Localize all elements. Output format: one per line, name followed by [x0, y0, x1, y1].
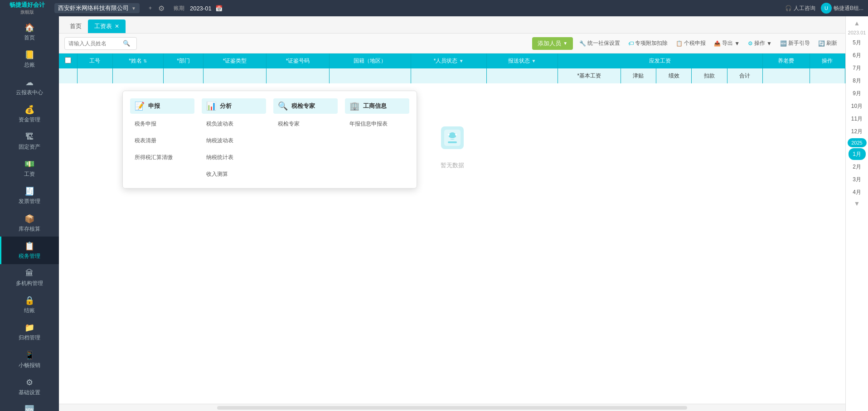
support-label: 人工咨询	[794, 5, 815, 12]
select-all-checkbox[interactable]	[65, 57, 71, 63]
user-avatar: U	[821, 3, 832, 14]
tax-report-btn[interactable]: 📋 个税申报	[673, 37, 708, 50]
user-name: 畅捷通B组...	[834, 5, 863, 12]
sidebar-item-salary[interactable]: 💵 工资	[0, 155, 59, 182]
export-btn[interactable]: 📤 导出 ▼	[711, 37, 742, 50]
deduct-btn[interactable]: 🏷 专项附加扣除	[626, 37, 670, 50]
guide-icon: 🆕	[24, 405, 34, 411]
fixed-assets-icon: 🏗	[25, 132, 34, 142]
filter-icon-status[interactable]: ▼	[459, 58, 464, 63]
sidebar-item-basic-settings[interactable]: ⚙ 基础设置	[0, 373, 59, 400]
multi-org-icon: 🏛	[25, 269, 34, 278]
tab-close-icon[interactable]: ✕	[115, 23, 119, 29]
ledger-icon: 📒	[24, 50, 34, 60]
operate-arrow: ▼	[766, 40, 772, 47]
filter-icon-report[interactable]: ▼	[532, 58, 536, 63]
support-button[interactable]: 🎧 人工咨询	[785, 5, 815, 12]
newbie-icon: 🆕	[780, 40, 787, 47]
sub-col-action	[810, 68, 845, 83]
menu-item-tax-trend[interactable]: 税负波动表	[202, 117, 266, 131]
sidebar-item-fixed-assets[interactable]: 🏗 固定资产	[0, 128, 59, 155]
sidebar-item-inventory[interactable]: 📦 库存核算	[0, 209, 59, 237]
current-year-badge: 2025	[848, 138, 867, 147]
top-bar: 畅捷通好会计 旗舰版 西安虾米网络科技有限公司 ▼ + ⚙ 账期 2023-01…	[0, 0, 868, 16]
tab-home[interactable]: 首页	[63, 19, 88, 33]
social-icon: 🔧	[579, 40, 586, 47]
company-selector[interactable]: 西安虾米网络科技有限公司 ▼	[54, 3, 140, 13]
menu-item-tax-dynamic[interactable]: 纳税波动表	[202, 134, 266, 147]
col-cert-no: *证鉴号码	[267, 53, 330, 68]
analysis-icon: 📊	[206, 101, 216, 111]
sidebar-item-mini-sales[interactable]: 📱 小畅报销	[0, 346, 59, 373]
newbie-guide-btn[interactable]: 🆕 新手引导	[777, 37, 813, 50]
menu-item-income-calc[interactable]: 所得税汇算清缴	[130, 151, 194, 164]
period-calendar-icon[interactable]: 📅	[215, 5, 223, 12]
col-id: 工号	[77, 53, 112, 68]
menu-section-business-header: 🏢 工商信息	[345, 98, 409, 114]
menu-item-annual-report[interactable]: 年报信息申报表	[345, 117, 409, 131]
sidebar-item-closing[interactable]: 🔒 结账	[0, 291, 59, 318]
cloud-icon: ☁	[25, 77, 34, 87]
menu-item-tax-expert[interactable]: 税检专家	[273, 117, 338, 131]
menu-item-tax-stats[interactable]: 纳税统计表	[202, 151, 266, 164]
month-5[interactable]: 5月	[849, 37, 866, 48]
month-nav-down[interactable]: ▼	[852, 198, 862, 208]
toolbar: 🔍 添加人员 ▼ 🔧 统一社保设置 🏷 专项附加扣除 📋 个税申报	[59, 34, 845, 53]
tab-salary-label: 工资表	[94, 22, 112, 30]
sidebar-item-home[interactable]: 🏠 首页	[0, 18, 59, 45]
col-salary-group: 应发工资	[558, 53, 762, 68]
search-input[interactable]	[68, 40, 123, 47]
menu-item-tax-form[interactable]: 税表清册	[130, 134, 194, 147]
social-settings-btn[interactable]: 🔧 统一社保设置	[577, 37, 623, 50]
add-person-button[interactable]: 添加人员 ▼	[532, 37, 573, 50]
month-8[interactable]: 8月	[849, 75, 866, 87]
month-1-active[interactable]: 1月	[849, 148, 866, 160]
month-6[interactable]: 6月	[849, 49, 866, 61]
month-nav-up[interactable]: ▲	[852, 18, 862, 28]
sidebar-item-fund[interactable]: 💰 资金管理	[0, 100, 59, 127]
sort-icon-name[interactable]: ⇅	[143, 58, 147, 63]
content-area: 首页 工资表 ✕ 🔍 添加人员 ▼ 🔧 统一社保设置	[59, 16, 845, 411]
add-person-label: 添加人员	[538, 39, 561, 48]
company-dropdown-arrow: ▼	[131, 6, 136, 11]
settings-icon: ⚙	[26, 377, 33, 387]
col-cert-type: *证鉴类型	[204, 53, 267, 68]
tax-icon: 📋	[24, 241, 34, 251]
month-11[interactable]: 11月	[849, 113, 866, 125]
scroll-bar-track[interactable]	[217, 406, 687, 410]
month-7[interactable]: 7月	[849, 62, 866, 74]
month-4[interactable]: 4月	[849, 186, 866, 198]
sidebar-item-cloud-report[interactable]: ☁ 云报表中心	[0, 73, 59, 100]
month-12[interactable]: 12月	[849, 126, 866, 137]
sidebar-item-ledger[interactable]: 📒 总账	[0, 45, 59, 73]
menu-item-tax-report[interactable]: 税务申报	[130, 117, 194, 131]
sidebar-label-home: 首页	[24, 34, 35, 41]
refresh-btn[interactable]: 🔄 刷新	[815, 37, 840, 50]
sub-col-allowance: 津贴	[621, 68, 656, 83]
month-2[interactable]: 2月	[849, 161, 866, 173]
user-info[interactable]: U 畅捷通B组...	[821, 3, 863, 14]
tab-salary[interactable]: 工资表 ✕	[88, 19, 126, 33]
month-3[interactable]: 3月	[849, 174, 866, 185]
add-dropdown-arrow: ▼	[563, 41, 567, 46]
sidebar-label-fixed-assets: 固定资产	[19, 144, 40, 150]
menu-item-income-estimate[interactable]: 收入测算	[202, 168, 266, 181]
sub-col-base-salary: *基本工资	[558, 68, 621, 83]
sidebar-label-mini-sales: 小畅报销	[19, 362, 40, 368]
search-input-wrap[interactable]: 🔍	[64, 37, 137, 50]
operate-btn[interactable]: ⚙ 操作 ▼	[745, 37, 775, 50]
month-10[interactable]: 10月	[849, 100, 866, 112]
app-edition: 旗舰版	[20, 9, 34, 15]
sidebar-item-tax[interactable]: 📋 税务管理	[0, 237, 59, 264]
empty-icon	[434, 120, 470, 156]
col-pension: 养老费	[762, 53, 810, 68]
month-9[interactable]: 9月	[849, 87, 866, 99]
sidebar-label-invoice: 发票管理	[19, 198, 40, 204]
sub-col-pension	[762, 68, 810, 83]
sidebar-item-invoice[interactable]: 🧾 发票管理	[0, 182, 59, 209]
sidebar-item-guide[interactable]: 🆕 新手引导	[0, 400, 59, 411]
col-action: 操作	[810, 53, 845, 68]
sidebar-item-multi-org[interactable]: 🏛 多机构管理	[0, 264, 59, 291]
sidebar-item-archive[interactable]: 📁 归档管理	[0, 318, 59, 345]
menu-section-analysis: 📊 分析 税负波动表 纳税波动表 纳税统计表 收入测算	[202, 98, 266, 181]
